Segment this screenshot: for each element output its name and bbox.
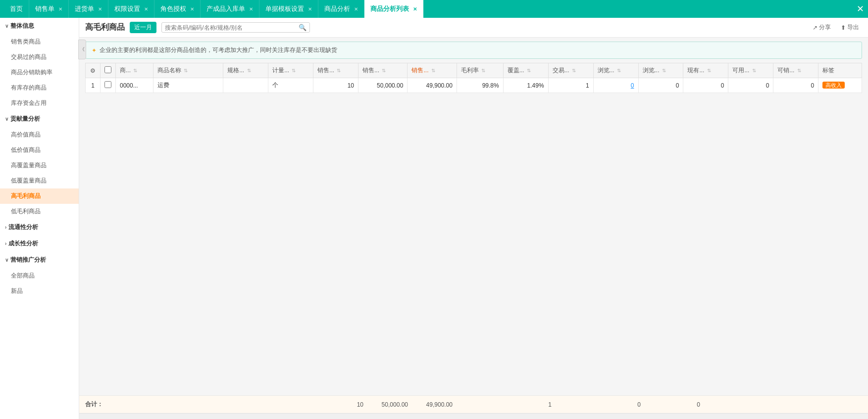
- footer-transaction: 1: [526, 401, 556, 408]
- col-sales-amount[interactable]: 销售... ⇅: [358, 63, 408, 78]
- sidebar-item-sales-goods[interactable]: 销售类商品: [0, 34, 79, 49]
- nav-close-all[interactable]: ✕: [857, 3, 864, 14]
- sort-icon-sales-cost: ⇅: [431, 68, 435, 73]
- sort-icon-sales-qty: ⇅: [337, 68, 341, 73]
- select-all-checkbox[interactable]: [104, 66, 111, 73]
- search-icon[interactable]: 🔍: [299, 24, 306, 31]
- nav-role-close[interactable]: ✕: [190, 6, 194, 12]
- sidebar-item-low-coverage[interactable]: 低覆盖量商品: [0, 173, 79, 188]
- data-table: ⚙ 商... ⇅ 商品名称 ⇅: [85, 63, 862, 93]
- row-view1[interactable]: 0: [593, 78, 638, 93]
- export-btn[interactable]: ⬆ 导出: [838, 22, 862, 33]
- row-sellable: 0: [773, 78, 818, 93]
- sort-icon-unit: ⇅: [292, 68, 296, 73]
- sidebar-item-high-margin[interactable]: 高毛利商品: [0, 188, 79, 204]
- sidebar-group-overview[interactable]: ∨ 整体信息: [0, 18, 79, 34]
- col-tag[interactable]: 标签: [818, 63, 862, 78]
- sidebar-collapse-btn[interactable]: 《: [78, 40, 86, 59]
- nav-sales[interactable]: 销售单 ✕: [29, 0, 69, 18]
- sidebar-group-marketing-arrow: ∨: [5, 257, 8, 263]
- sidebar-item-all-goods[interactable]: 全部商品: [0, 268, 79, 283]
- search-input[interactable]: [165, 24, 297, 31]
- col-coverage[interactable]: 覆盖... ⇅: [503, 63, 548, 78]
- content-area: 高毛利商品 近一月 🔍 ↗ 分享 ⬆ 导出 ✦ 企业的主要的利润都是这部分商品创…: [79, 18, 868, 419]
- col-current-stock[interactable]: 现有... ⇅: [683, 63, 728, 78]
- sidebar-group-flow-label: 流通性分析: [8, 223, 38, 232]
- sidebar-item-high-value[interactable]: 高价值商品: [0, 127, 79, 142]
- sort-icon-code: ⇅: [133, 68, 137, 73]
- content-header: 高毛利商品 近一月 🔍 ↗ 分享 ⬆ 导出: [79, 18, 868, 38]
- col-gross-margin[interactable]: 毛利率 ⇅: [457, 63, 503, 78]
- row-sales-cost: 49,900.00: [408, 78, 457, 93]
- sidebar-group-contribution[interactable]: ∨ 贡献量分析: [0, 111, 79, 127]
- col-sales-cost[interactable]: 销售... ⇅: [408, 63, 457, 78]
- settings-icon[interactable]: ⚙: [90, 67, 96, 74]
- footer-sales-cost: 49,900.00: [412, 401, 457, 408]
- header-actions: ↗ 分享 ⬆ 导出: [810, 22, 862, 33]
- col-transaction[interactable]: 交易... ⇅: [548, 63, 593, 78]
- nav-purchase[interactable]: 进货单 ✕: [69, 0, 108, 18]
- sidebar-item-traded-goods[interactable]: 交易过的商品: [0, 49, 79, 65]
- row-index: 1: [86, 78, 101, 93]
- sidebar-item-distribution-rate[interactable]: 商品分销助购率: [0, 65, 79, 80]
- row-available: 0: [728, 78, 773, 93]
- sidebar-group-flow[interactable]: › 流通性分析: [0, 219, 79, 235]
- footer-bar: 合计： 10 50,000.00 49,900.00 1 0 0: [79, 395, 868, 413]
- col-view1[interactable]: 浏览... ⇅: [593, 63, 638, 78]
- sort-icon-view2: ⇅: [662, 68, 666, 73]
- col-spec[interactable]: 规格... ⇅: [223, 63, 268, 78]
- main-layout: ∨ 整体信息 销售类商品 交易过的商品 商品分销助购率 有库存的商品 库存资金占…: [0, 18, 868, 419]
- sidebar-group-growth[interactable]: › 成长性分析: [0, 235, 79, 252]
- horizontal-scrollbar[interactable]: [79, 413, 868, 419]
- sort-icon-name: ⇅: [184, 68, 188, 73]
- sidebar-item-low-value[interactable]: 低价值商品: [0, 142, 79, 158]
- nav-role[interactable]: 角色授权 ✕: [154, 0, 201, 18]
- col-settings[interactable]: ⚙: [86, 63, 101, 78]
- footer-sales-qty: 10: [338, 401, 367, 408]
- share-btn[interactable]: ↗ 分享: [810, 22, 834, 33]
- nav-permission[interactable]: 权限设置 ✕: [108, 0, 154, 18]
- row-checkbox[interactable]: [101, 78, 116, 93]
- table-row: 1 0000... 运费 个 10 50,000.00 49,900.00 99…: [86, 78, 862, 93]
- col-name[interactable]: 商品名称 ⇅: [153, 63, 223, 78]
- nav-product-analysis-list[interactable]: 商品分析列表 ✕: [364, 0, 423, 18]
- sidebar-group-overview-arrow: ∨: [5, 23, 8, 29]
- sidebar-group-marketing[interactable]: ∨ 营销推广分析: [0, 252, 79, 268]
- nav-template[interactable]: 单据模板设置 ✕: [259, 0, 318, 18]
- col-view2[interactable]: 浏览... ⇅: [638, 63, 683, 78]
- row-gross-margin: 99.8%: [457, 78, 503, 93]
- nav-purchase-close[interactable]: ✕: [98, 6, 102, 12]
- sidebar-item-in-stock[interactable]: 有库存的商品: [0, 80, 79, 95]
- row-select-checkbox[interactable]: [104, 81, 111, 88]
- nav-product-analysis-close[interactable]: ✕: [354, 6, 358, 12]
- nav-product-in-close[interactable]: ✕: [249, 6, 253, 12]
- row-tag: 高收入: [818, 78, 862, 93]
- nav-product-analysis[interactable]: 商品分析 ✕: [318, 0, 364, 18]
- col-code[interactable]: 商... ⇅: [116, 63, 153, 78]
- sidebar-item-high-coverage[interactable]: 高覆盖量商品: [0, 158, 79, 173]
- nav-home[interactable]: 首页: [4, 0, 29, 18]
- footer-sellable: 0: [674, 401, 704, 408]
- sort-icon-coverage: ⇅: [527, 68, 531, 73]
- footer-sales-amount: 50,000.00: [367, 401, 412, 408]
- sort-icon-view1: ⇅: [617, 68, 621, 73]
- sidebar-group-marketing-label: 营销推广分析: [10, 256, 46, 264]
- sidebar-item-new-goods[interactable]: 新品: [0, 283, 79, 299]
- nav-product-in[interactable]: 产成品入库单 ✕: [201, 0, 259, 18]
- export-icon: ⬆: [841, 24, 846, 31]
- col-sales-qty[interactable]: 销售... ⇅: [313, 63, 358, 78]
- nav-sales-close[interactable]: ✕: [58, 6, 62, 12]
- row-view2: 0: [638, 78, 683, 93]
- sidebar-item-low-margin[interactable]: 低毛利商品: [0, 204, 79, 219]
- col-checkbox[interactable]: [101, 63, 116, 78]
- col-unit[interactable]: 计量... ⇅: [268, 63, 313, 78]
- col-sellable[interactable]: 可销... ⇅: [773, 63, 818, 78]
- sidebar-group-overview-label: 整体信息: [10, 22, 34, 30]
- nav-template-close[interactable]: ✕: [308, 6, 312, 12]
- nav-permission-close[interactable]: ✕: [144, 6, 148, 12]
- footer-current-stock: 0: [615, 401, 645, 408]
- sidebar-item-inventory-capital[interactable]: 库存资金占用: [0, 95, 79, 111]
- filter-recent-month-btn[interactable]: 近一月: [130, 22, 156, 33]
- nav-product-analysis-list-close[interactable]: ✕: [413, 6, 417, 12]
- col-available[interactable]: 可用... ⇅: [728, 63, 773, 78]
